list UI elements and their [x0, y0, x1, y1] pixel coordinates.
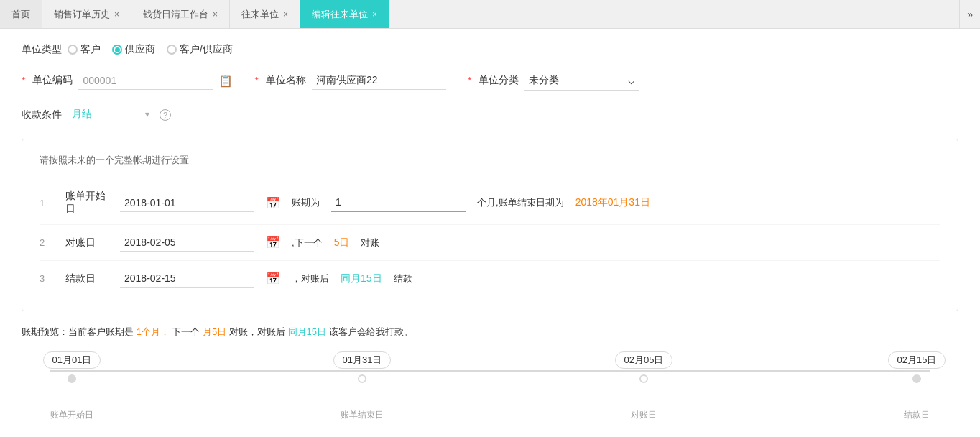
card-description: 请按照未来的一个完整帐期进行设置: [40, 154, 940, 167]
class-required: *: [468, 75, 471, 86]
unit-type-row: 单位类型 客户 供应商 客户/供应商: [22, 43, 958, 56]
setting-row-3: 3 结款日 📅 ，对账后 同月15日 结款: [40, 261, 940, 296]
node-date-4: 02月15日: [888, 351, 946, 369]
code-required: *: [22, 75, 25, 86]
settings-card: 请按照未来的一个完整帐期进行设置 1 账单开始日 📅 账期为 个月,账单结束日期…: [22, 139, 958, 311]
tab-sales-order[interactable]: 销售订单历史 ×: [42, 0, 131, 28]
payment-highlight: 同月15日: [341, 272, 382, 285]
setting-row-2: 2 对账日 📅 ,下一个 5日 对账: [40, 225, 940, 261]
node-label-1: 账单开始日: [50, 409, 93, 421]
tab-sales-order-close[interactable]: ×: [114, 9, 119, 19]
timeline-node-2: 01月31日 账单结束日: [341, 363, 384, 421]
node-circle-4: [912, 374, 921, 383]
tab-partner-close[interactable]: ×: [283, 9, 288, 19]
row-label-2: 对账日: [65, 236, 108, 249]
unit-code-input[interactable]: [78, 72, 213, 90]
period-end-date: 2018年01月31日: [575, 196, 650, 209]
radio-customer[interactable]: 客户: [68, 43, 101, 56]
payment-date-input[interactable]: [120, 270, 254, 288]
radio-supplier-circle: [112, 45, 122, 55]
node-circle-1: [68, 374, 76, 383]
code-calendar-icon[interactable]: 📋: [218, 74, 233, 88]
node-date-3: 02月05日: [615, 351, 673, 369]
tab-sales-order-label: 销售订单历史: [54, 8, 110, 21]
preview-prefix: 账期预览：当前客户账期是: [22, 326, 134, 337]
radio-supplier[interactable]: 供应商: [112, 43, 155, 56]
page-content: 单位类型 客户 供应商 客户/供应商 * 单位编码: [0, 29, 980, 437]
timeline-node-1: 01月01日 账单开始日: [50, 363, 93, 421]
radio-customer-circle: [68, 45, 78, 55]
classification-select[interactable]: 未分类 ⌵: [524, 70, 639, 91]
start-date-input[interactable]: [120, 194, 254, 212]
node-date-1: 01月01日: [43, 351, 101, 369]
reconcile-prefix: ,下一个: [292, 236, 323, 249]
unit-classification-label: 单位分类: [479, 74, 519, 87]
preview-suffix: 该客户会给我打款。: [329, 326, 413, 337]
radio-both-circle: [167, 45, 177, 55]
unit-name-group: * 单位名称: [254, 72, 445, 90]
tab-cash-work-close[interactable]: ×: [213, 9, 218, 19]
classification-arrow-icon: ⌵: [628, 73, 635, 87]
tab-more-icon: »: [967, 9, 973, 20]
unit-name-label: 单位名称: [266, 74, 306, 87]
preview-highlight3: 同月15日: [288, 326, 326, 337]
reconcile-date-input[interactable]: [120, 234, 254, 252]
reconcile-highlight: 5日: [334, 236, 350, 249]
timeline-node-3: 02月05日 对账日: [631, 363, 657, 421]
timeline-node-4: 02月15日 结款日: [904, 363, 930, 421]
timeline-nodes: 01月01日 账单开始日 01月31日 账单结束日 02月05日 对账日: [22, 363, 958, 421]
unit-code-label: 单位编码: [32, 74, 73, 87]
radio-both[interactable]: 客户/供应商: [167, 43, 233, 56]
row-num-2: 2: [40, 237, 54, 248]
payment-value: 月结: [72, 108, 141, 121]
tab-partner[interactable]: 往来单位 ×: [230, 0, 300, 28]
tab-home-label: 首页: [11, 8, 30, 21]
unit-name-input[interactable]: [312, 72, 446, 90]
payment-suffix: 结款: [394, 272, 412, 285]
tab-edit-partner-label: 编辑往来单位: [312, 8, 368, 21]
tab-edit-partner-close[interactable]: ×: [372, 9, 377, 19]
row-label-1: 账单开始日: [65, 190, 108, 216]
radio-supplier-label: 供应商: [125, 43, 155, 56]
unit-type-group: 单位类型 客户 供应商 客户/供应商: [22, 43, 233, 56]
period-label: 账期为: [292, 196, 320, 209]
payment-row: 收款条件 月结 ▾ ?: [22, 105, 958, 124]
row-num-3: 3: [40, 273, 54, 284]
preview-highlight2: 月5日: [203, 326, 226, 337]
payment-group: 收款条件 月结 ▾ ?: [22, 105, 171, 124]
node-label-4: 结款日: [904, 409, 930, 421]
preview-middle1: 下一个: [172, 326, 200, 337]
payment-arrow-icon: ▾: [145, 109, 149, 119]
tab-more-button[interactable]: »: [959, 0, 980, 28]
unit-code-group: * 单位编码 📋: [22, 72, 233, 90]
tab-home[interactable]: 首页: [0, 0, 42, 28]
name-required: *: [254, 75, 258, 86]
period-input[interactable]: [331, 193, 466, 212]
period-unit: 个月,账单结束日期为: [477, 196, 564, 209]
node-date-2: 01月31日: [333, 351, 392, 369]
payment-help-icon[interactable]: ?: [160, 109, 171, 121]
node-circle-3: [639, 374, 648, 383]
setting-row-1: 1 账单开始日 📅 账期为 个月,账单结束日期为 2018年01月31日: [40, 181, 940, 225]
preview-middle2: 对账，对账后: [229, 326, 285, 337]
payment-label: 收款条件: [22, 109, 62, 121]
row-label-3: 结款日: [65, 272, 108, 285]
reconcile-suffix: 对账: [361, 236, 379, 249]
start-date-calendar-icon[interactable]: 📅: [266, 196, 280, 210]
code-name-row: * 单位编码 📋 * 单位名称 * 单位分类 未分类 ⌵: [22, 70, 958, 91]
tab-bar: 首页 销售订单历史 × 钱货日清工作台 × 往来单位 × 编辑往来单位 × »: [0, 0, 980, 29]
unit-type-label: 单位类型: [22, 43, 62, 56]
tab-cash-work[interactable]: 钱货日清工作台 ×: [131, 0, 230, 28]
payment-calendar-icon[interactable]: 📅: [266, 272, 280, 285]
radio-both-label: 客户/供应商: [180, 43, 233, 56]
tab-partner-label: 往来单位: [241, 8, 279, 21]
node-label-2: 账单结束日: [341, 409, 384, 421]
radio-customer-label: 客户: [80, 43, 101, 56]
reconcile-calendar-icon[interactable]: 📅: [266, 236, 280, 249]
payment-select[interactable]: 月结 ▾: [68, 105, 154, 124]
radio-group: 客户 供应商 客户/供应商: [68, 43, 233, 56]
preview-highlight1: 1个月，: [137, 326, 170, 337]
classification-value: 未分类: [529, 74, 624, 87]
tab-edit-partner[interactable]: 编辑往来单位 ×: [300, 0, 389, 28]
unit-classification-group: * 单位分类 未分类 ⌵: [468, 70, 639, 91]
